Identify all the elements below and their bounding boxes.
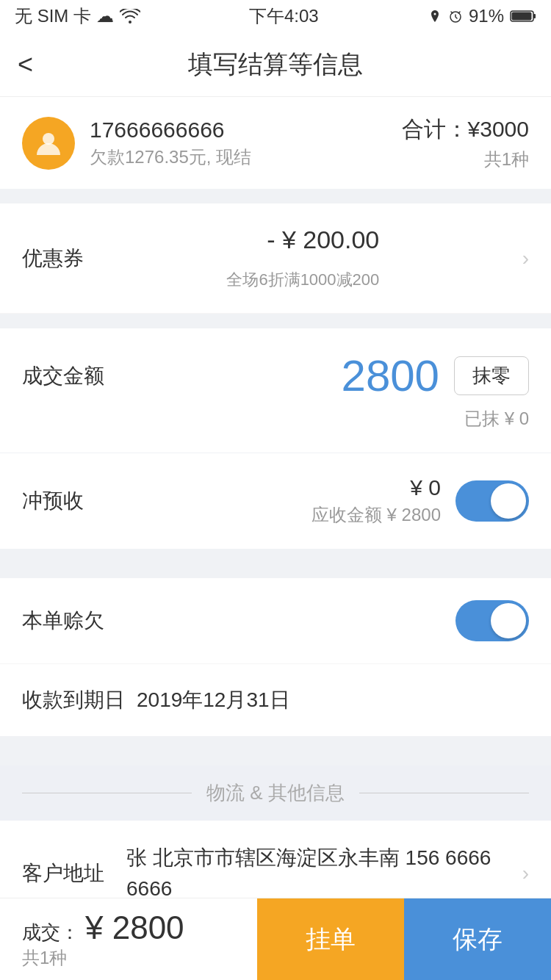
content: 17666666666 欠款1276.35元, 现结 合计：¥3000 共1种 … [0, 97, 551, 980]
page-title: 填写结算等信息 [188, 48, 363, 82]
wifi-icon [120, 9, 140, 24]
prepay-toggle[interactable] [455, 480, 529, 522]
bottom-count: 共1种 [22, 946, 235, 970]
hang-sale-button[interactable]: 挂单 [257, 898, 404, 981]
prepay-amount: ¥ 0 [311, 475, 441, 500]
debt-toggle[interactable] [455, 600, 529, 641]
duedate-value: 2019年12月31日 [137, 686, 290, 714]
customer-info: 17666666666 欠款1276.35元, 现结 [90, 118, 251, 169]
coupon-label: 优惠券 [22, 245, 84, 273]
sim-label: 无 SIM 卡 ☁ [15, 4, 114, 28]
coupon-chevron-icon: › [522, 247, 529, 270]
coupon-amount: - ¥ 200.00 [267, 226, 379, 254]
svg-rect-2 [533, 14, 536, 18]
battery-icon [510, 10, 536, 23]
prepay-toggle-knob [491, 483, 526, 519]
prepay-receivable: 应收金额 ¥ 2800 [311, 503, 441, 527]
save-button[interactable]: 保存 [404, 898, 551, 981]
logistics-text: 物流 & 其他信息 [192, 780, 359, 806]
bottom-bar: 成交： ¥ 2800 共1种 挂单 保存 [0, 898, 551, 980]
alarm-icon [448, 9, 463, 24]
debt-section: 本单赊欠 [0, 578, 551, 663]
battery-label: 91% [469, 6, 504, 26]
duedate-section: 收款到期日 2019年12月31日 [0, 663, 551, 736]
status-left: 无 SIM 卡 ☁ [15, 4, 140, 28]
deal-right: 2800 抹零 [342, 350, 529, 401]
deal-sub: 已抹 ¥ 0 [22, 407, 529, 430]
customer-card: 17666666666 欠款1276.35元, 现结 合计：¥3000 共1种 [0, 97, 551, 189]
prepay-right: ¥ 0 应收金额 ¥ 2800 [311, 475, 529, 527]
location-icon [428, 9, 442, 24]
avatar [22, 117, 75, 170]
customer-phone: 17666666666 [90, 118, 251, 143]
svg-point-4 [43, 133, 54, 145]
deal-section: 成交金额 2800 抹零 已抹 ¥ 0 [0, 328, 551, 453]
coupon-row[interactable]: 优惠券 - ¥ 200.00 全场6折满1000减200 › [0, 203, 551, 314]
prepay-row: 冲预收 ¥ 0 应收金额 ¥ 2800 [22, 475, 529, 527]
coupon-desc: 全场6折满1000减200 [226, 269, 379, 291]
prepay-section: 冲预收 ¥ 0 应收金额 ¥ 2800 [0, 453, 551, 549]
nav-bar: < 填写结算等信息 [0, 32, 551, 97]
address-value: 张 北京市市辖区海淀区永丰南 156 6666 6666 [126, 843, 522, 904]
duedate-label: 收款到期日 [22, 686, 125, 714]
address-chevron-icon: › [522, 862, 529, 885]
svg-rect-3 [512, 12, 532, 21]
duedate-row: 收款到期日 2019年12月31日 [22, 686, 529, 714]
deal-label: 成交金额 [22, 362, 104, 390]
customer-debt: 欠款1276.35元, 现结 [90, 145, 251, 169]
customer-right: 合计：¥3000 共1种 [402, 115, 529, 171]
status-time: 下午4:03 [249, 4, 319, 28]
customer-left: 17666666666 欠款1276.35元, 现结 [22, 117, 251, 170]
address-label: 客户地址 [22, 860, 104, 887]
bottom-info: 成交： ¥ 2800 共1种 [0, 909, 257, 970]
divider-4 [0, 736, 551, 751]
divider-3 [0, 549, 551, 563]
total-amount: 合计：¥3000 [402, 115, 529, 145]
status-right: 91% [428, 6, 536, 26]
prepay-amount-col: ¥ 0 应收金额 ¥ 2800 [311, 475, 441, 527]
debt-toggle-knob [491, 603, 526, 638]
total-count: 共1种 [402, 148, 529, 171]
divider-2 [0, 314, 551, 328]
logistics-line-left [22, 793, 192, 793]
round-zero-button[interactable]: 抹零 [454, 356, 529, 395]
bottom-amount: ¥ 2800 [85, 909, 184, 946]
status-bar: 无 SIM 卡 ☁ 下午4:03 91% [0, 0, 551, 32]
deal-amount: 2800 [342, 350, 439, 401]
back-button[interactable]: < [18, 49, 33, 80]
divider-1 [0, 189, 551, 203]
logistics-separator: 物流 & 其他信息 [0, 765, 551, 821]
coupon-right: - ¥ 200.00 全场6折满1000减200 [226, 226, 379, 291]
prepay-label: 冲预收 [22, 487, 84, 515]
debt-label: 本单赊欠 [22, 607, 104, 635]
logistics-line-right [359, 793, 529, 793]
bottom-deal-label: 成交： [22, 920, 79, 945]
deal-row: 成交金额 2800 抹零 [22, 350, 529, 401]
